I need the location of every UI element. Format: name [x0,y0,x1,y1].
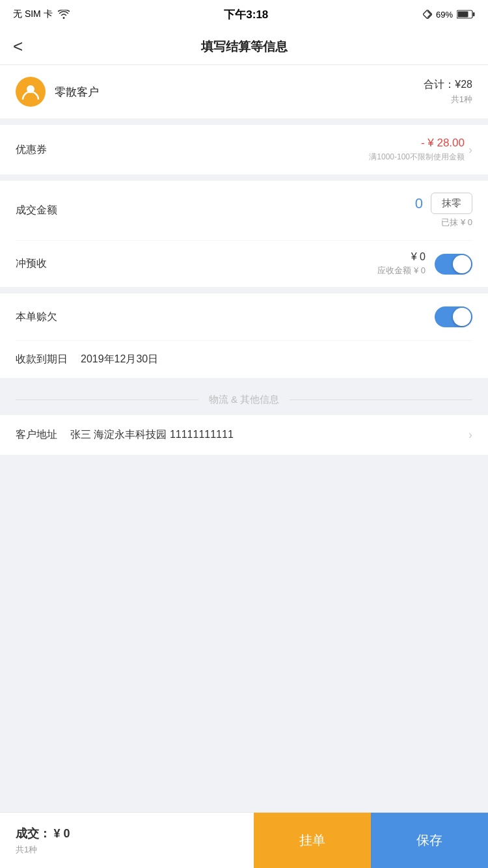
customer-avatar [16,77,46,107]
no-sim-text: 无 SIM 卡 [13,8,53,20]
coupon-right: - ¥ 28.00 满1000-100不限制使用金额 › [369,137,472,163]
address-row[interactable]: 客户地址 张三 海淀永丰科技园 11111111111 › [0,415,488,455]
prereceive-toggle-knob [453,255,471,273]
total-count: 共1种 [424,94,472,105]
customer-section: 零散客户 合计：¥28 共1种 [0,65,488,118]
status-time: 下午3:18 [224,7,268,22]
customer-name: 零散客户 [55,85,99,100]
deal-amount-value: 0 [415,195,423,212]
wifi-icon [58,10,70,19]
round-zero-button[interactable]: 抹零 [431,193,472,214]
date-row: 收款到期日 2019年12月30日 [16,341,472,378]
coupon-row[interactable]: 优惠券 - ¥ 28.00 满1000-100不限制使用金额 › [0,125,488,174]
coupon-amount: - ¥ 28.00 [369,137,465,150]
logistics-divider: 物流 & 其他信息 [16,394,472,406]
bottom-summary: 成交： ¥ 0 共1种 [0,826,254,856]
back-button[interactable]: < [13,36,23,57]
bottom-deal-prefix: 成交： [16,827,51,840]
credit-toggle[interactable] [435,306,472,327]
credit-section: 本单赊欠 收款到期日 2019年12月30日 [0,293,488,378]
svg-rect-1 [472,12,474,16]
address-chevron: › [468,428,472,442]
logistics-divider-section: 物流 & 其他信息 [0,385,488,415]
address-value: 张三 海淀永丰科技园 11111111111 [70,428,234,442]
prereceive-value: ¥ 0 [377,251,426,263]
coupon-section: 优惠券 - ¥ 28.00 满1000-100不限制使用金额 › [0,125,488,174]
status-bar: 无 SIM 卡 下午3:18 69% [0,0,488,29]
address-left: 客户地址 张三 海淀永丰科技园 11111111111 [16,428,234,442]
deal-amount-label: 成交金额 [16,204,57,217]
prereceive-amount: ¥ 0 应收金额 ¥ 0 [377,251,426,277]
customer-row: 零散客户 合计：¥28 共1种 [0,65,488,118]
bottom-bar: 成交： ¥ 0 共1种 挂单 保存 [0,812,488,868]
prereceive-label: 冲预收 [16,257,47,271]
address-label: 客户地址 [16,428,57,442]
bottom-deal-value: ¥ 0 [53,827,70,840]
amount-section: 成交金额 0 抹零 已抹 ¥ 0 冲预收 ¥ 0 应收金额 ¥ 0 [0,181,488,287]
hang-button[interactable]: 挂单 [254,813,371,869]
prereceive-sub: 应收金额 ¥ 0 [377,265,426,277]
deal-amount-right: 0 抹零 [415,193,472,214]
battery-icon [457,10,475,19]
battery-text: 69% [436,10,453,20]
bottom-count: 共1种 [16,844,238,856]
content: 零散客户 合计：¥28 共1种 优惠券 - ¥ 28.00 满1000-100不… [0,65,488,520]
due-date-label: 收款到期日 [16,353,68,366]
total-amount: 合计：¥28 [424,78,472,92]
status-left: 无 SIM 卡 [13,8,70,20]
customer-total: 合计：¥28 共1种 [424,78,472,105]
credit-toggle-knob [453,308,471,326]
customer-left: 零散客户 [16,77,99,107]
prereceive-row: 冲预收 ¥ 0 应收金额 ¥ 0 [16,241,472,287]
coupon-chevron: › [468,143,472,157]
location-icon [423,10,432,19]
page-title: 填写结算等信息 [201,38,288,55]
due-date-value: 2019年12月30日 [81,353,158,366]
deal-amount-sub: 已抹 ¥ 0 [415,217,472,228]
prereceive-toggle[interactable] [435,254,472,275]
coupon-block: - ¥ 28.00 满1000-100不限制使用金额 [369,137,465,163]
nav-bar: < 填写结算等信息 [0,29,488,65]
svg-rect-2 [457,12,468,18]
save-button[interactable]: 保存 [371,813,488,869]
prereceive-right: ¥ 0 应收金额 ¥ 0 [377,251,472,277]
credit-row: 本单赊欠 [16,293,472,341]
logistics-title: 物流 & 其他信息 [209,394,279,406]
address-section: 客户地址 张三 海淀永丰科技园 11111111111 › [0,415,488,455]
bottom-deal-label: 成交： ¥ 0 [16,826,238,841]
coupon-label: 优惠券 [16,143,47,157]
coupon-desc: 满1000-100不限制使用金额 [369,152,465,163]
credit-label: 本单赊欠 [16,310,57,324]
status-right: 69% [423,10,475,20]
deal-amount-row: 成交金额 0 抹零 已抹 ¥ 0 [16,181,472,241]
